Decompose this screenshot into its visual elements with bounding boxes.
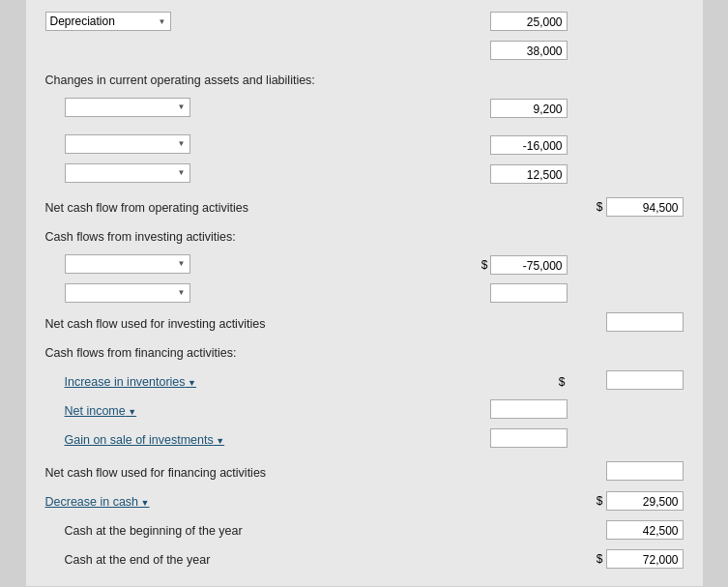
changes-label: Changes in current operating assets and … xyxy=(45,73,684,87)
cash-end-dollar: $ xyxy=(597,552,603,566)
change-row-3: 12,500 xyxy=(45,162,684,186)
depreciation-amount-input[interactable]: 25,000 xyxy=(490,12,568,31)
invest1-dollar: $ xyxy=(481,258,488,272)
change2-value-col: -16,000 xyxy=(480,135,568,155)
net-income-row: Net income xyxy=(45,398,684,422)
change-row-2: -16,000 xyxy=(45,133,684,157)
depreciation-select[interactable]: Depreciation xyxy=(45,12,171,31)
net-income-label: Net income xyxy=(45,403,480,418)
net-cash-operating-total-col: $ 94,500 xyxy=(577,197,684,217)
invest2-value-col xyxy=(480,283,568,306)
net-cash-investing-text: Net cash flow used for investing activit… xyxy=(45,317,266,331)
gain-on-sale-row: Gain on sale of investments xyxy=(45,427,684,451)
net-income-link[interactable]: Net income xyxy=(65,404,137,418)
net-cash-financing-label: Net cash flow used for financing activit… xyxy=(45,465,480,480)
net-cash-investing-total-col xyxy=(577,312,684,335)
changes-text: Changes in current operating assets and … xyxy=(45,73,315,87)
cash-investing-label: Cash flows from investing activities: xyxy=(45,229,684,244)
cash-beginning-label: Cash at the beginning of the year xyxy=(45,523,480,538)
gain-on-sale-link[interactable]: Gain on sale of investments xyxy=(65,433,225,447)
cash-end-text: Cash at the end of the year xyxy=(65,553,211,567)
page: Depreciation 25,000 38,000 Changes in cu… xyxy=(0,0,728,587)
net-cash-operating-total-input[interactable]: 94,500 xyxy=(606,197,684,217)
invest-row-2 xyxy=(45,282,684,306)
invest2-input[interactable] xyxy=(490,283,568,303)
cash-end-label: Cash at the end of the year xyxy=(45,552,480,567)
decrease-in-cash-link[interactable]: Decrease in cash xyxy=(45,495,150,509)
increase-inventories-dollar-col: $ xyxy=(480,374,568,389)
change2-label xyxy=(45,134,480,157)
invest2-select[interactable] xyxy=(65,283,190,303)
depreciation-sub-input[interactable]: 38,000 xyxy=(490,41,568,60)
net-cash-operating-text: Net cash flow from operating activities xyxy=(45,201,249,215)
gain-on-sale-val-col xyxy=(480,428,568,451)
increase-inventories-row: Increase in inventories $ xyxy=(45,369,684,393)
depreciation-select-label: Depreciation xyxy=(50,15,115,28)
depreciation-value-col: 25,000 xyxy=(480,12,568,31)
change-row-1: 9,200 xyxy=(45,97,684,120)
cash-end-total-col: $ 72,000 xyxy=(577,549,684,569)
net-cash-operating-row: Net cash flow from operating activities … xyxy=(45,195,684,219)
cash-investing-row: Cash flows from investing activities: xyxy=(45,224,684,248)
net-cash-operating-total-box: $ 94,500 xyxy=(577,197,684,217)
net-cash-financing-row: Net cash flow used for financing activit… xyxy=(45,460,684,484)
change3-select[interactable] xyxy=(65,163,190,183)
decrease-total-input[interactable]: 29,500 xyxy=(606,491,684,511)
cash-end-total-input[interactable]: 72,000 xyxy=(606,549,684,569)
change2-select[interactable] xyxy=(65,134,190,154)
depreciation-label-col: Depreciation xyxy=(45,12,480,31)
cash-end-row: Cash at the end of the year $ 72,000 xyxy=(45,547,684,571)
change1-input[interactable]: 9,200 xyxy=(490,99,568,118)
net-cash-financing-total-col xyxy=(577,461,684,484)
net-cash-operating-label: Net cash flow from operating activities xyxy=(45,200,480,215)
invest2-label xyxy=(45,283,480,306)
net-income-val-col xyxy=(480,399,568,422)
content-area: Depreciation 25,000 38,000 Changes in cu… xyxy=(26,0,703,586)
change3-value-col: 12,500 xyxy=(480,164,568,184)
change3-input[interactable]: 12,500 xyxy=(490,164,568,184)
changes-label-row: Changes in current operating assets and … xyxy=(45,68,684,91)
decrease-in-cash-row: Decrease in cash $ 29,500 xyxy=(45,489,684,513)
increase-inventories-dollar: $ xyxy=(559,375,566,389)
invest1-input[interactable]: -75,000 xyxy=(490,255,568,275)
cash-beginning-row: Cash at the beginning of the year 42,500 xyxy=(45,518,684,542)
net-cash-investing-label: Net cash flow used for investing activit… xyxy=(45,316,480,331)
decrease-in-cash-label: Decrease in cash xyxy=(45,494,480,509)
cash-beginning-input[interactable]: 42,500 xyxy=(606,520,684,540)
change1-select[interactable] xyxy=(65,98,190,117)
increase-inventories-input[interactable] xyxy=(606,370,684,390)
cash-beginning-text: Cash at the beginning of the year xyxy=(65,524,243,538)
change3-label xyxy=(45,163,480,186)
cash-financing-row: Cash flows from financing activities: xyxy=(45,340,684,364)
invest-row-1: $ -75,000 xyxy=(45,253,684,277)
increase-inventories-total-col xyxy=(577,370,684,393)
depreciation-sub-row: 38,000 xyxy=(45,39,684,62)
invest1-select[interactable] xyxy=(65,254,190,274)
net-cash-financing-text: Net cash flow used for financing activit… xyxy=(45,466,267,480)
cash-financing-label: Cash flows from financing activities: xyxy=(45,345,684,360)
increase-inventories-link[interactable]: Increase in inventories xyxy=(65,375,197,389)
change1-value-col: 9,200 xyxy=(480,99,568,118)
cash-financing-text: Cash flows from financing activities: xyxy=(45,346,237,360)
decrease-dollar: $ xyxy=(597,494,603,508)
invest1-value-col: $ -75,000 xyxy=(480,255,568,275)
decrease-total-box: $ 29,500 xyxy=(577,491,684,511)
net-income-input[interactable] xyxy=(490,399,568,419)
cash-investing-text: Cash flows from investing activities: xyxy=(45,230,236,244)
net-cash-investing-input[interactable] xyxy=(606,312,684,332)
change2-input[interactable]: -16,000 xyxy=(490,135,568,155)
gain-on-sale-label: Gain on sale of investments xyxy=(45,432,480,447)
decrease-in-cash-total-col: $ 29,500 xyxy=(577,491,684,511)
increase-inventories-label: Increase in inventories xyxy=(45,374,480,389)
cash-end-total-box: $ 72,000 xyxy=(577,549,684,569)
depreciation-row: Depreciation 25,000 xyxy=(45,10,684,33)
depreciation-sub-value: 38,000 xyxy=(480,41,568,60)
net-cash-financing-input[interactable] xyxy=(606,461,684,481)
net-cash-investing-row: Net cash flow used for investing activit… xyxy=(45,311,684,335)
gain-on-sale-input[interactable] xyxy=(490,428,568,448)
cash-beginning-total-col: 42,500 xyxy=(577,520,684,540)
change1-label xyxy=(45,98,480,120)
net-cash-operating-dollar: $ xyxy=(597,200,603,214)
invest1-label xyxy=(45,254,480,277)
